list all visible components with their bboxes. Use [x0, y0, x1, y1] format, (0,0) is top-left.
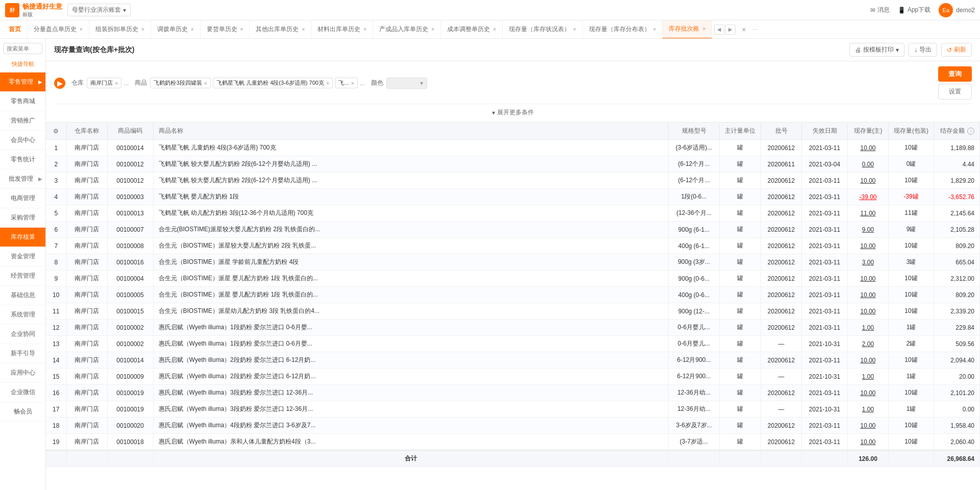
tab-10[interactable]: 现存量（库存分布表） × — [583, 20, 663, 39]
row-qty-main[interactable]: 9.00 — [848, 222, 889, 238]
sidebar-item-retail-shop[interactable]: 零售商城 — [0, 92, 45, 111]
sidebar-item-app-center[interactable]: 应用中心 — [0, 363, 45, 383]
nav-more-icon[interactable]: ⋯ — [750, 24, 760, 35]
footer-balance: 26,968.64 — [934, 450, 980, 467]
close-icon[interactable]: × — [240, 27, 243, 32]
app-download-button[interactable]: 📱 App下载 — [898, 6, 930, 14]
tab-8[interactable]: 成本调整单历史 × — [441, 20, 503, 39]
tab-4[interactable]: 要货单历史 × — [201, 20, 250, 39]
tab-11[interactable]: 库存批次账 × — [663, 20, 712, 39]
row-qty-main[interactable]: 3.00 — [848, 254, 889, 271]
sidebar-item-label: 企业协同 — [3, 330, 42, 338]
row-qty-main[interactable]: 10.00 — [848, 173, 889, 189]
settings-icon[interactable]: ⚙ — [53, 128, 59, 135]
tab-6[interactable]: 材料出库单历史 × — [311, 20, 373, 39]
product-tag-2-close[interactable]: × — [326, 80, 329, 86]
row-qty-pkg: 10罐 — [889, 385, 934, 401]
row-qty-main[interactable]: 10.00 — [848, 434, 889, 451]
col-qty-main-header: 现存量(主) — [848, 122, 889, 140]
row-qty-main[interactable]: 10.00 — [848, 238, 889, 254]
row-qty-main[interactable]: 1.00 — [848, 320, 889, 336]
row-index: 9 — [46, 271, 66, 287]
tab-7[interactable]: 产成品入库单历史 × — [373, 20, 441, 39]
row-qty-main[interactable]: 10.00 — [848, 352, 889, 369]
row-qty-main[interactable]: 1.00 — [848, 401, 889, 418]
sidebar-item-ecommerce[interactable]: 电商管理 — [0, 189, 45, 208]
message-button[interactable]: ✉ 消息 — [870, 6, 890, 14]
row-batch: 20200612 — [761, 222, 802, 238]
row-qty-main[interactable]: 10.00 — [848, 140, 889, 156]
sidebar-item-member-card[interactable]: 畅会员 — [0, 402, 45, 422]
close-icon[interactable]: × — [431, 27, 434, 32]
row-qty-main[interactable]: 2.00 — [848, 336, 889, 352]
filter-expand-button[interactable]: ▶ — [54, 78, 65, 89]
quick-nav-label[interactable]: 快捷导航 — [0, 58, 45, 72]
close-icon[interactable]: × — [141, 27, 144, 32]
sidebar-item-marketing[interactable]: 营销推广 — [0, 111, 45, 131]
close-icon[interactable]: × — [80, 27, 83, 32]
user-area[interactable]: Ea demo2 — [939, 3, 975, 17]
sidebar-item-basic-info[interactable]: 基础信息 — [0, 286, 45, 305]
close-icon[interactable]: × — [363, 27, 366, 32]
tab-2[interactable]: 组装拆卸单历史 × — [89, 20, 151, 39]
template-print-button[interactable]: 🖨 按模板打印 ▾ — [849, 43, 904, 57]
sidebar-item-operations[interactable]: 经营管理 — [0, 266, 45, 286]
product-filter-more[interactable]: ... — [360, 80, 365, 87]
tab-home[interactable]: 首页 — [3, 20, 28, 39]
row-code: 00100002 — [107, 320, 153, 336]
settings-button[interactable]: 设置 — [938, 84, 972, 100]
nav-right-arrow[interactable]: ▶ — [725, 24, 736, 35]
sidebar-item-guide[interactable]: 新手引导 — [0, 344, 45, 363]
row-spec: 12-36月幼... — [669, 401, 720, 418]
sidebar-item-finance[interactable]: 资金管理 — [0, 247, 45, 266]
sidebar-item-system[interactable]: 系统管理 — [0, 305, 45, 325]
tab-9[interactable]: 现存量（库存状况表） × — [503, 20, 583, 39]
warehouse-filter-more[interactable]: ... — [124, 80, 129, 87]
col-settings[interactable]: ⚙ — [46, 122, 66, 140]
row-qty-pkg: 1罐 — [889, 401, 934, 418]
sidebar-item-inventory[interactable]: 库存核算 — [0, 228, 45, 247]
sidebar-item-retail-management[interactable]: 零售管理 ▶ — [0, 72, 45, 92]
sidebar-item-retail-stats[interactable]: 零售统计 — [0, 150, 45, 169]
close-icon[interactable]: × — [573, 27, 576, 32]
sidebar-item-enterprise[interactable]: 企业协同 — [0, 325, 45, 344]
row-qty-main[interactable]: 0.00 — [848, 156, 889, 173]
product-tag-3-close[interactable]: × — [351, 80, 354, 86]
search-input[interactable] — [3, 43, 42, 54]
warehouse-tag-close[interactable]: × — [115, 80, 118, 86]
sidebar-item-wechat[interactable]: 企业微信 — [0, 383, 45, 402]
row-qty-main[interactable]: 10.00 — [848, 303, 889, 320]
close-icon[interactable]: × — [653, 27, 656, 32]
tab-5[interactable]: 其他出库单历史 × — [250, 20, 311, 39]
tab-1[interactable]: 分量盘点单历史 × — [28, 20, 89, 39]
refresh-button[interactable]: ↺ 刷新 — [941, 43, 972, 57]
row-qty-main[interactable]: 11.00 — [848, 205, 889, 222]
col-balance-header: 结存金额 i — [934, 122, 980, 140]
row-qty-main[interactable]: 1.00 — [848, 369, 889, 385]
tab-3[interactable]: 调拨单历史 × — [151, 20, 201, 39]
row-qty-main[interactable]: -39.00 — [848, 189, 889, 205]
row-balance: -3,652.76 — [934, 189, 980, 205]
export-button[interactable]: ↓ 导出 — [909, 43, 937, 57]
expand-more-button[interactable]: ▾ 展开更多条件 — [54, 104, 972, 117]
warehouse-select[interactable]: 母婴行业演示账套 ▾ — [67, 4, 131, 16]
row-qty-main[interactable]: 10.00 — [848, 287, 889, 303]
product-tag-1-close[interactable]: × — [204, 80, 207, 86]
sidebar-item-wholesale[interactable]: 批发管理 ▶ — [0, 169, 45, 189]
nav-left-arrow[interactable]: ◀ — [714, 24, 724, 35]
row-qty-main[interactable]: 10.00 — [848, 418, 889, 434]
close-icon[interactable]: × — [302, 27, 305, 32]
close-icon[interactable]: × — [702, 26, 705, 32]
close-icon[interactable]: × — [191, 27, 194, 32]
info-icon[interactable]: i — [967, 128, 974, 135]
close-icon[interactable]: × — [493, 27, 496, 32]
row-qty-main[interactable]: 10.00 — [848, 271, 889, 287]
sidebar-item-member[interactable]: 会员中心 — [0, 131, 45, 150]
row-warehouse: 南岸门店 — [66, 287, 107, 303]
color-select[interactable] — [386, 78, 427, 89]
row-qty-main[interactable]: 10.00 — [848, 385, 889, 401]
query-button[interactable]: 查询 — [938, 66, 972, 82]
sidebar: 快捷导航 零售管理 ▶ 零售商城 营销推广 会员中心 零售统计 批发管理 ▶ 电… — [0, 39, 46, 490]
close-all-tabs-button[interactable]: × — [738, 26, 750, 34]
sidebar-item-purchase[interactable]: 采购管理 — [0, 208, 45, 228]
